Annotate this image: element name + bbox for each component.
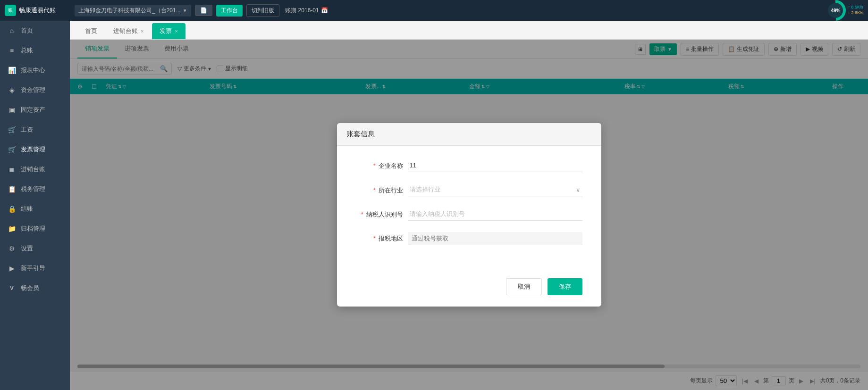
tab-purchase[interactable]: 进销台账 ×: [106, 23, 151, 39]
header-right: 49% ↑ 8.5K/s ↓ 2.6K/s: [825, 0, 863, 21]
industry-field[interactable]: 请选择行业 ∨: [408, 183, 582, 197]
tab-bar: 首页 进销台账 × 发票 ×: [70, 21, 868, 40]
form-row-region: * 报税地区: [356, 232, 582, 245]
tab-home-label: 首页: [85, 27, 97, 35]
period-label: 账期: [285, 7, 296, 15]
close-icon: 🔒: [8, 205, 16, 213]
form-row-tax-id: * 纳税人识别号: [356, 208, 582, 221]
sidebar-item-close[interactable]: 🔒 结账: [0, 199, 70, 219]
calendar-icon[interactable]: 📅: [321, 7, 328, 14]
sidebar-item-label: 税务管理: [21, 185, 45, 193]
sidebar-item-assets[interactable]: ▣ 固定资产: [0, 100, 70, 120]
sidebar-logo: 账 畅康通易代账: [0, 0, 70, 21]
required-marker: *: [373, 187, 376, 194]
sidebar: 账 畅康通易代账 ⌂ 首页 ≡ 总账 📊 报表中心 ◈ 资金管理 ▣ 固定资产 …: [0, 0, 70, 390]
company-selector[interactable]: 上海卯金刀电子科技有限公司_（台201... ▼: [75, 5, 191, 17]
cpu-indicator: 49%: [825, 0, 846, 21]
chevron-down-icon: ∨: [576, 186, 581, 193]
company-name: 上海卯金刀电子科技有限公司_（台201...: [78, 7, 181, 15]
speed-down: ↓ 2.6K/s: [848, 10, 863, 16]
doc-icon: 📄: [200, 7, 207, 14]
tab-invoice-close-icon[interactable]: ×: [175, 28, 177, 34]
company-name-label: * 企业名称: [356, 162, 408, 170]
form-row-industry: * 所在行业 请选择行业 ∨: [356, 183, 582, 197]
sidebar-item-label: 固定资产: [21, 106, 45, 114]
tax-id-field: [408, 208, 582, 221]
speed-info: ↑ 8.5K/s ↓ 2.6K/s: [848, 5, 863, 16]
invoice-icon: 🛒: [8, 146, 16, 153]
sidebar-item-tax[interactable]: 📋 税务管理: [0, 179, 70, 199]
assets-icon: ▣: [8, 106, 16, 114]
required-marker: *: [373, 235, 376, 242]
sidebar-item-label: 资金管理: [21, 86, 45, 94]
doc-button[interactable]: 📄: [195, 5, 212, 16]
sidebar-item-ledger[interactable]: ≡ 总账: [0, 41, 70, 60]
sidebar-item-label: 畅会员: [21, 284, 39, 292]
modal-overlay: 账套信息 * 企业名称 *: [70, 40, 868, 390]
sidebar-item-finance[interactable]: ◈ 资金管理: [0, 80, 70, 100]
switch-old-label: 切到旧版: [252, 7, 274, 15]
industry-placeholder: 请选择行业: [410, 185, 440, 194]
industry-label: * 所在行业: [356, 186, 408, 195]
form-row-company: * 企业名称: [356, 160, 582, 172]
content-area: 销项发票 进项发票 费用小票 ⊞ 取票 ▼ ≡ 批量操作: [70, 40, 868, 390]
sidebar-item-label: 设置: [21, 244, 33, 253]
tab-invoice[interactable]: 发票 ×: [152, 23, 185, 39]
cancel-button[interactable]: 取消: [506, 278, 542, 295]
sidebar-item-label: 新手引导: [21, 264, 45, 273]
workbench-label: 工作台: [221, 7, 238, 15]
required-marker: *: [361, 211, 363, 218]
member-icon: V: [8, 285, 16, 291]
period-value: 2016-01: [298, 7, 319, 14]
region-label: * 报税地区: [356, 234, 408, 243]
logo-icon: 账: [5, 5, 16, 16]
chevron-down-icon: ▼: [183, 8, 187, 13]
sidebar-item-home[interactable]: ⌂ 首页: [0, 21, 70, 41]
tab-home[interactable]: 首页: [77, 23, 105, 39]
sidebar-item-archive[interactable]: 📁 归档管理: [0, 219, 70, 239]
main-area: 上海卯金刀电子科技有限公司_（台201... ▼ 📄 工作台 切到旧版 账期 2…: [70, 0, 868, 390]
tax-icon: 📋: [8, 185, 16, 193]
workbench-button[interactable]: 工作台: [216, 5, 243, 17]
header: 上海卯金刀电子科技有限公司_（台201... ▼ 📄 工作台 切到旧版 账期 2…: [70, 0, 868, 21]
company-name-input[interactable]: [408, 160, 582, 172]
logo-text: 畅康通易代账: [19, 6, 56, 15]
company-name-field: [408, 160, 582, 172]
tax-id-label: * 纳税人识别号: [356, 210, 408, 219]
dialog-title: 账套信息: [337, 123, 601, 146]
speed-up: ↑ 8.5K/s: [848, 5, 863, 10]
finance-icon: ◈: [8, 86, 16, 94]
switch-old-button[interactable]: 切到旧版: [246, 4, 279, 17]
purchase-icon: ≣: [8, 166, 16, 173]
save-button[interactable]: 保存: [548, 278, 582, 295]
tab-invoice-label: 发票: [160, 27, 172, 35]
tab-purchase-close-icon[interactable]: ×: [141, 28, 143, 34]
period-display: 账期 2016-01 📅: [285, 7, 328, 15]
reports-icon: 📊: [8, 66, 16, 74]
sidebar-item-label: 进销台账: [21, 165, 45, 174]
sidebar-item-purchase[interactable]: ≣ 进销台账: [0, 159, 70, 179]
sidebar-item-label: 结账: [21, 205, 33, 213]
home-icon: ⌂: [8, 27, 16, 34]
sidebar-item-label: 发票管理: [21, 145, 45, 154]
percent-value: 49%: [828, 3, 843, 18]
sidebar-item-member[interactable]: V 畅会员: [0, 278, 70, 298]
sidebar-item-settings[interactable]: ⚙ 设置: [0, 239, 70, 258]
ledger-icon: ≡: [8, 47, 16, 54]
sidebar-item-label: 首页: [21, 26, 33, 35]
tax-id-input[interactable]: [408, 208, 582, 221]
sidebar-item-invoice[interactable]: 🛒 发票管理: [0, 140, 70, 159]
sidebar-item-guide[interactable]: ▶ 新手引导: [0, 258, 70, 278]
settings-icon: ⚙: [8, 245, 16, 252]
sidebar-item-reports[interactable]: 📊 报表中心: [0, 60, 70, 80]
region-field: [408, 232, 582, 245]
sidebar-item-label: 工资: [21, 125, 33, 134]
sidebar-item-label: 报表中心: [21, 66, 45, 75]
dialog-footer: 取消 保存: [337, 271, 601, 307]
region-input: [408, 232, 582, 245]
archive-icon: 📁: [8, 225, 16, 232]
required-marker: *: [373, 162, 376, 169]
industry-select[interactable]: 请选择行业 ∨: [408, 183, 582, 197]
dialog-body: * 企业名称 * 所在行业: [337, 146, 601, 271]
sidebar-item-payroll[interactable]: 🛒 工资: [0, 120, 70, 140]
